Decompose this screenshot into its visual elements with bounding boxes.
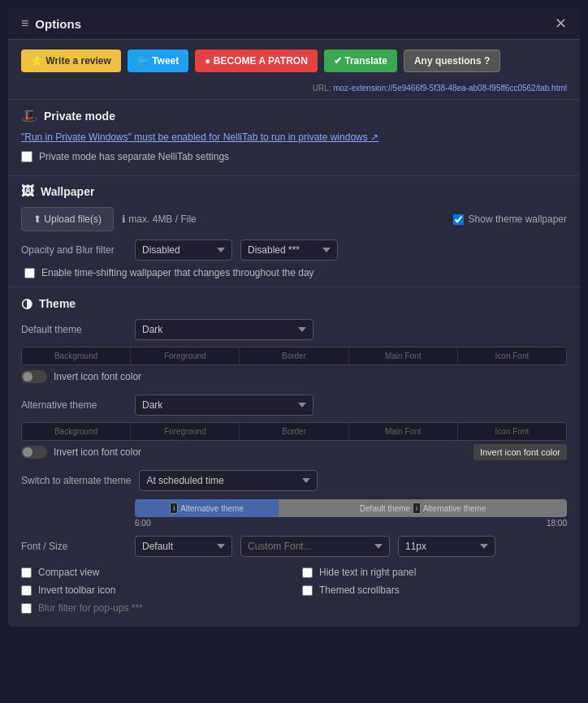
- show-wallpaper-row: Show theme wallpaper: [453, 213, 567, 225]
- invert-default-row: Invert icon font color: [21, 370, 567, 383]
- swatch-alt-bg: Background: [22, 423, 131, 440]
- font-row: Font / Size Default 11px: [21, 536, 567, 557]
- custom-font-input[interactable]: [240, 536, 390, 557]
- private-mode-link[interactable]: "Run in Private Windows" must be enabled…: [21, 132, 567, 143]
- blur-label: Blur filter for pop-ups ***: [38, 602, 143, 614]
- translate-button[interactable]: ✔ Translate: [324, 50, 397, 72]
- swatch-fg: Foreground: [131, 347, 240, 364]
- tl-alt1-marker: i: [170, 502, 178, 514]
- themed-scrollbars-row: Themed scrollbars: [302, 584, 567, 596]
- tl-default-label: Default theme: [360, 504, 410, 513]
- tl-time2: 18:00: [547, 519, 567, 528]
- theme-title: Theme: [39, 297, 76, 310]
- alt-theme-row: Alternative theme Dark: [21, 395, 567, 416]
- url-bar: URL: moz-extension://5e9466f9-5f38-48ea-…: [8, 82, 580, 99]
- tl-default: Default theme i Alternative theme: [279, 499, 567, 517]
- themed-scrollbars-label: Themed scrollbars: [319, 584, 400, 596]
- compact-view-label: Compact view: [38, 567, 99, 578]
- theme-section: ◑ Theme Default theme Dark Background Fo…: [8, 287, 580, 627]
- invert-alt-label: Invert icon font color: [54, 446, 141, 458]
- default-theme-row: Default theme Dark: [21, 319, 567, 340]
- invert-toolbar-label: Invert toolbar icon: [38, 584, 115, 596]
- switch-label: Switch to alternate theme: [21, 475, 131, 486]
- tweet-button[interactable]: 🐦 Tweet: [128, 50, 188, 72]
- close-button[interactable]: ✕: [555, 16, 567, 31]
- hamburger-icon: ≡: [21, 16, 28, 31]
- blur-checkbox[interactable]: [21, 603, 32, 614]
- options-grid: Compact view Hide text in right panel In…: [21, 567, 567, 602]
- switch-select[interactable]: At scheduled time: [139, 470, 318, 491]
- questions-button[interactable]: Any questions ?: [404, 50, 500, 72]
- theme-icon: ◑: [21, 295, 32, 311]
- url-prefix: URL:: [313, 84, 331, 93]
- private-mode-icon: 🎩: [21, 108, 37, 123]
- swatch-alt-fg: Foreground: [131, 423, 240, 440]
- invert-tooltip: Invert icon font color: [473, 444, 567, 460]
- invert-toolbar-row: Invert toolbar icon: [21, 584, 286, 596]
- wallpaper-title: Wallpaper: [41, 185, 94, 198]
- alt-theme-select[interactable]: Dark: [135, 395, 313, 416]
- show-wallpaper-label: Show theme wallpaper: [469, 213, 567, 225]
- font-size-select[interactable]: 11px: [398, 536, 495, 557]
- opacity-select[interactable]: Disabled: [135, 239, 232, 261]
- review-button[interactable]: ⭐ Write a review: [21, 50, 121, 72]
- timeline-labels: 6:00 18:00: [135, 517, 567, 529]
- font-label: Font / Size: [21, 541, 127, 552]
- panel-header: ≡ Options ✕: [8, 8, 580, 40]
- alt-theme-swatches: Background Foreground Border Main Font I…: [21, 422, 567, 441]
- invert-toolbar-checkbox[interactable]: [21, 585, 32, 596]
- panel-title: ≡ Options: [21, 16, 81, 31]
- private-mode-checkbox-label: Private mode has separate NelliTab setti…: [39, 151, 229, 162]
- swatch-alt-main-font: Main Font: [349, 423, 458, 440]
- compact-view-checkbox[interactable]: [21, 567, 32, 578]
- default-theme-swatches: Background Foreground Border Main Font I…: [21, 347, 567, 365]
- hide-text-label: Hide text in right panel: [319, 567, 416, 578]
- font-select[interactable]: Default: [135, 536, 232, 557]
- invert-alt-row: Invert icon font color Invert icon font …: [21, 446, 567, 459]
- themed-scrollbars-checkbox[interactable]: [302, 585, 313, 596]
- tl-alt1-label: Alternative theme: [180, 504, 244, 513]
- timeline-container: i Alternative theme Default theme i Alte…: [21, 499, 567, 529]
- private-mode-checkbox[interactable]: [21, 151, 32, 162]
- tl-time1: 6:00: [135, 519, 150, 528]
- patron-button[interactable]: ● BECOME A PATRON: [195, 50, 318, 72]
- opacity-row: Opacity and Blur filter Disabled Disable…: [21, 239, 567, 261]
- default-theme-label: Default theme: [21, 324, 127, 335]
- invert-alt-toggle[interactable]: [21, 446, 47, 459]
- show-wallpaper-checkbox[interactable]: [453, 214, 464, 225]
- invert-default-toggle[interactable]: [21, 370, 47, 383]
- swatch-alt-border: Border: [240, 423, 348, 440]
- max-info: ℹ max. 4MB / File: [122, 213, 197, 225]
- url-link[interactable]: moz-extension://5e9466f9-5f38-48ea-ab08-…: [333, 84, 567, 93]
- swatch-main-font: Main Font: [349, 347, 458, 364]
- options-panel: ≡ Options ✕ ⭐ Write a review 🐦 Tweet ● B…: [8, 8, 580, 627]
- wallpaper-icon: 🖼: [21, 184, 34, 199]
- private-mode-title: Private mode: [44, 110, 115, 123]
- wallpaper-section: 🖼 Wallpaper ⬆ Upload file(s) ℹ max. 4MB …: [8, 175, 580, 287]
- upload-button[interactable]: ⬆ Upload file(s): [21, 207, 114, 231]
- swatch-icon-font: Icon Font: [458, 347, 566, 364]
- alt-theme-label: Alternative theme: [21, 399, 127, 411]
- tl-alt2-label: Alternative theme: [423, 504, 486, 513]
- private-mode-checkbox-row: Private mode has separate NelliTab setti…: [21, 151, 567, 162]
- tl-default-marker: i: [413, 502, 421, 514]
- wallpaper-controls: ⬆ Upload file(s) ℹ max. 4MB / File Show …: [21, 207, 567, 231]
- timeshifting-label: Enable time-shifting wallpaper that chan…: [41, 267, 314, 278]
- hide-text-row: Hide text in right panel: [302, 567, 567, 578]
- timeshifting-row: Enable time-shifting wallpaper that chan…: [21, 267, 567, 278]
- toolbar-buttons: ⭐ Write a review 🐦 Tweet ● BECOME A PATR…: [8, 40, 580, 82]
- private-mode-section: 🎩 Private mode "Run in Private Windows" …: [8, 99, 580, 175]
- swatch-alt-icon-font: Icon Font: [458, 423, 566, 440]
- compact-view-row: Compact view: [21, 567, 286, 578]
- swatch-bg: Background: [22, 347, 131, 364]
- tl-alt1: i Alternative theme: [135, 499, 279, 517]
- default-theme-select[interactable]: Dark: [135, 319, 313, 340]
- invert-default-label: Invert icon font color: [54, 371, 141, 382]
- timeline-bar: i Alternative theme Default theme i Alte…: [135, 499, 567, 517]
- blur-select[interactable]: Disabled ***: [240, 239, 338, 261]
- swatch-border: Border: [240, 347, 348, 364]
- hide-text-checkbox[interactable]: [302, 567, 313, 578]
- opacity-label: Opacity and Blur filter: [21, 244, 127, 256]
- panel-title-text: Options: [35, 17, 81, 31]
- timeshifting-checkbox[interactable]: [24, 268, 35, 278]
